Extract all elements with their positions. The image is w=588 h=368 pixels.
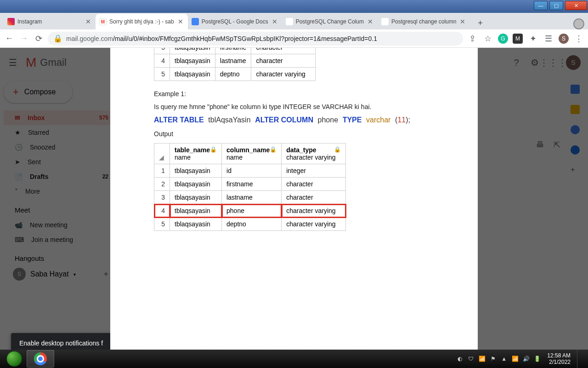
share-icon[interactable]: ⇪ <box>467 33 478 44</box>
schema-table-output: ◢ table_name🔒 name column_name🔒 name dat… <box>154 143 346 231</box>
address-bar[interactable]: 🔒 mail.google.com/mail/u/0/#inbox/FMfcgz… <box>48 32 463 46</box>
tab-close-button[interactable]: ✕ <box>367 18 374 25</box>
network-icon[interactable]: 📶 <box>511 355 519 362</box>
tab-title: PostgreSQL - Google Docs <box>202 18 268 25</box>
col-header-table-name[interactable]: table_name🔒 name <box>170 144 222 164</box>
table-row: 3tblaqsayasinfirstnamecharacter <box>154 48 316 54</box>
tab-favicon <box>192 18 199 25</box>
show-desktop-button[interactable] <box>577 350 582 368</box>
start-button[interactable] <box>2 350 27 368</box>
profile-avatar[interactable]: S <box>559 34 569 44</box>
taskbar-chrome[interactable] <box>27 350 54 368</box>
query-description: Is query me hmne "phone" ke column ki ty… <box>154 103 478 110</box>
chrome-menu-button[interactable]: ⋮ <box>573 33 584 44</box>
tab-close-button[interactable]: ✕ <box>85 18 92 25</box>
tray-icon[interactable]: 🛡 <box>467 355 475 362</box>
bookmark-icon[interactable]: ☆ <box>482 33 493 44</box>
tray-icon[interactable]: ▲ <box>500 355 508 362</box>
table-row: 1tblaqsayasinidinteger <box>154 164 346 178</box>
col-header-data-type[interactable]: data_type🔒 character varying <box>282 144 346 164</box>
tab-title: Sorry ghlt bhj diya :-) - sab <box>109 18 174 25</box>
tab-close-button[interactable]: ✕ <box>271 18 278 25</box>
lock-icon: 🔒 <box>334 146 341 153</box>
col-header-column-name[interactable]: column_name🔒 name <box>222 144 282 164</box>
tab-favicon <box>7 18 15 25</box>
extension-icon[interactable]: M <box>513 34 523 44</box>
table-row: 5tblaqsayasindeptnocharacter varying <box>154 68 316 81</box>
url-text: mail.google.com/mail/u/0/#inbox/FMfcgzGm… <box>66 35 377 42</box>
tray-icon[interactable]: 📶 <box>478 355 486 362</box>
browser-tab[interactable]: MSorry ghlt bhj diya :-) - sab✕ <box>96 14 188 29</box>
extensions-button[interactable]: ✦ <box>527 33 538 44</box>
tray-icon[interactable]: ◐ <box>456 355 464 362</box>
tab-title: PostgreSQL Change Colum <box>296 18 364 25</box>
reload-button[interactable]: ⟳ <box>33 33 44 44</box>
lock-icon: 🔒 <box>53 34 62 43</box>
browser-tab[interactable]: PostgreSQL Change Colum✕ <box>282 14 378 29</box>
lock-icon: 🔒 <box>210 146 217 153</box>
table-row: 2tblaqsayasinfirstnamecharacter <box>154 178 346 191</box>
sort-handle[interactable]: ◢ <box>154 144 170 164</box>
volume-icon[interactable]: 🔊 <box>522 355 530 362</box>
schema-table-partial: 3tblaqsayasinfirstnamecharacter4tblaqsay… <box>154 48 316 81</box>
page-content: ☰ M Gmail ? ⚙ ⋮⋮⋮ S + Compose ✉Inbox575★… <box>0 48 588 350</box>
forward-button[interactable]: → <box>18 33 29 44</box>
reading-list-icon[interactable]: ☰ <box>543 33 554 44</box>
grammarly-icon[interactable]: G <box>498 34 508 44</box>
back-button[interactable]: ← <box>4 33 15 44</box>
tab-close-button[interactable]: ✕ <box>177 18 184 25</box>
sql-statement: ALTER TABLE tblAqsaYasin ALTER COLUMN ph… <box>154 116 478 125</box>
battery-icon[interactable]: 🔋 <box>533 355 541 362</box>
tab-title: Instagram <box>17 18 82 25</box>
tab-favicon <box>381 18 389 25</box>
example-label: Example 1: <box>154 90 478 98</box>
new-tab-button[interactable]: + <box>474 17 486 29</box>
browser-tab[interactable]: Postgresql change column✕ <box>378 14 470 29</box>
taskbar-clock[interactable]: 12:58 AM 2/1/2022 <box>544 352 573 366</box>
minimize-button[interactable]: — <box>534 1 548 10</box>
table-row: 5tblaqsayasindeptnocharacter varying <box>154 218 346 231</box>
table-row: 3tblaqsayasinlastnamecharacter <box>154 191 346 204</box>
maximize-button[interactable]: ▢ <box>549 1 563 10</box>
tray-icon[interactable]: ⚑ <box>489 355 497 362</box>
tab-favicon: M <box>99 18 107 25</box>
windows-taskbar: ◐ 🛡 📶 ⚑ ▲ 📶 🔊 🔋 12:58 AM 2/1/2022 <box>0 350 588 368</box>
tab-close-button[interactable]: ✕ <box>459 18 466 25</box>
browser-tab-strip: Instagram✕MSorry ghlt bhj diya :-) - sab… <box>0 13 588 29</box>
tab-favicon <box>286 18 293 25</box>
table-row: 4tblaqsayasinphonecharacter varying <box>154 204 346 218</box>
tab-title: Postgresql change column <box>391 18 456 25</box>
browser-toolbar: ← → ⟳ 🔒 mail.google.com/mail/u/0/#inbox/… <box>0 29 588 48</box>
chrome-profile-button[interactable] <box>573 18 584 29</box>
extension-icons: ⇪ ☆ G M ✦ ☰ S ⋮ <box>467 33 584 44</box>
attachment-viewer: 3tblaqsayasinfirstnamecharacter4tblaqsay… <box>110 48 478 350</box>
windows-titlebar: — ▢ ✕ <box>0 0 588 13</box>
browser-tab[interactable]: PostgreSQL - Google Docs✕ <box>188 14 282 29</box>
close-button[interactable]: ✕ <box>565 1 587 10</box>
table-row: 4tblaqsayasinlastnamecharacter <box>154 54 316 68</box>
system-tray: ◐ 🛡 📶 ⚑ ▲ 📶 🔊 🔋 12:58 AM 2/1/2022 <box>456 350 586 368</box>
browser-tab[interactable]: Instagram✕ <box>4 14 96 29</box>
output-label: Output <box>154 130 478 138</box>
lock-icon: 🔒 <box>270 146 277 153</box>
